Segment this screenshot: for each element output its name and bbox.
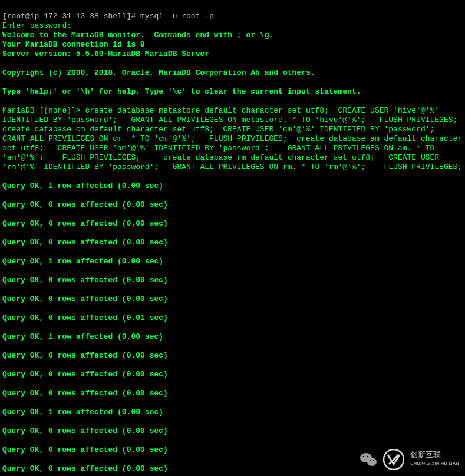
welcome-line-2: Your MariaDB connection id is 9 xyxy=(2,40,145,49)
wechat-icon xyxy=(360,452,377,467)
query-result: Query OK, 0 rows affected (0.00 sec) xyxy=(2,445,168,454)
terminal-output[interactable]: [root@ip-172-31-13-38 shell]# mysql -u r… xyxy=(2,2,463,474)
mariadb-sql-entry: MariaDB [(none)]> create database metast… xyxy=(2,106,465,171)
query-result: Query OK, 0 rows affected (0.00 sec) xyxy=(2,351,168,360)
query-result: Query OK, 0 rows affected (0.00 sec) xyxy=(2,389,168,398)
query-result: Query OK, 0 rows affected (0.00 sec) xyxy=(2,200,168,209)
query-result: Query OK, 0 rows affected (0.01 sec) xyxy=(2,313,168,322)
svg-point-3 xyxy=(367,456,369,458)
watermark: 创新互联 CHUANG XIN HU LIAN xyxy=(360,449,459,470)
query-result: Query OK, 0 rows affected (0.00 sec) xyxy=(2,370,168,379)
welcome-line-1: Welcome to the MariaDB monitor. Commands… xyxy=(2,31,273,39)
svg-point-2 xyxy=(363,456,365,458)
svg-point-1 xyxy=(367,458,377,466)
query-result: Query OK, 0 rows affected (0.00 sec) xyxy=(2,219,168,228)
query-result: Query OK, 1 row affected (0.00 sec) xyxy=(2,181,163,190)
query-result: Query OK, 0 rows affected (0.00 sec) xyxy=(2,464,168,473)
welcome-line-3: Server version: 5.5.60-MariaDB MariaDB S… xyxy=(2,49,209,58)
query-result: Query OK, 0 rows affected (0.00 sec) xyxy=(2,295,168,303)
cx-logo-icon xyxy=(383,449,404,470)
query-result: Query OK, 1 row affected (0.00 sec) xyxy=(2,332,163,341)
query-result: Query OK, 0 rows affected (0.00 sec) xyxy=(2,238,168,247)
query-result: Query OK, 0 rows affected (0.00 sec) xyxy=(2,276,168,285)
brand-name-en: CHUANG XIN HU LIAN xyxy=(410,459,459,468)
svg-point-5 xyxy=(373,460,374,461)
copyright-line: Copyright (c) 2000, 2018, Oracle, MariaD… xyxy=(2,68,315,77)
shell-prompt-line: [root@ip-172-31-13-38 shell]# mysql -u r… xyxy=(2,12,214,21)
brand-name-cn: 创新互联 xyxy=(410,451,459,459)
watermark-text: 创新互联 CHUANG XIN HU LIAN xyxy=(410,451,459,468)
query-result: Query OK, 0 rows affected (0.00 sec) xyxy=(2,427,168,435)
svg-point-4 xyxy=(370,460,371,461)
query-result: Query OK, 1 row affected (0.00 sec) xyxy=(2,408,163,416)
help-line: Type 'help;' or '\h' for help. Type '\c'… xyxy=(2,87,361,96)
query-result: Query OK, 1 row affected (0.00 sec) xyxy=(2,257,163,266)
password-prompt: Enter password: xyxy=(2,21,71,30)
